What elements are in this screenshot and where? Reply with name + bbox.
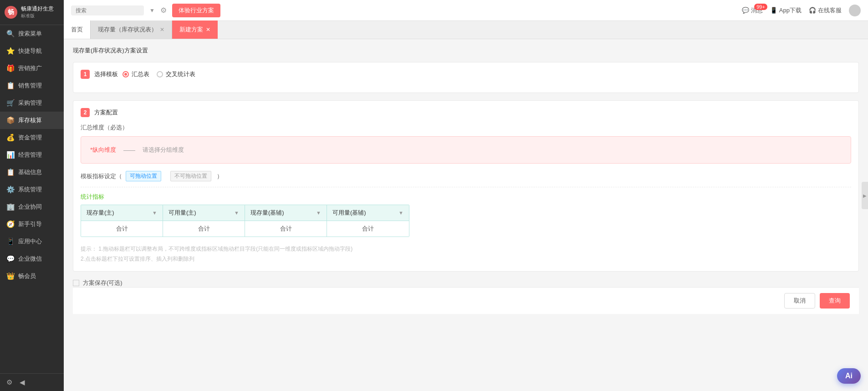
sidebar-nav: 🔍 搜索菜单 ⭐ 快捷导航 🎁 营销推广 📋 销售管理 🛒 采购管理 📦 库存核…	[0, 25, 64, 373]
app-name-block: 畅康通好生意 标准版	[21, 5, 54, 19]
sidebar-item-operations[interactable]: 📊 经营管理	[0, 146, 64, 164]
tab-inventory-label: 现存量（库存状况表）	[98, 26, 157, 34]
money-icon: 💰	[6, 134, 15, 142]
save-checkbox[interactable]	[73, 280, 79, 286]
building-icon: 🏢	[6, 203, 15, 211]
sidebar-item-wechat[interactable]: 💬 企业微信	[0, 250, 64, 268]
avatar	[849, 5, 861, 16]
sidebar-item-label: 经营管理	[18, 151, 42, 159]
sidebar-item-label: 应用中心	[18, 237, 42, 246]
sidebar-item-inventory[interactable]: 📦 库存核算	[0, 112, 64, 129]
tab-new-scheme[interactable]: 新建方案 ✕	[172, 21, 218, 39]
stats-table-body: 合计 合计 合计 合计	[81, 221, 409, 237]
movable-badge: 可拖动位置	[126, 171, 161, 181]
gear-icon: ⚙️	[6, 185, 15, 194]
cell-1: 合计	[163, 221, 245, 237]
sidebar-item-label: 搜索菜单	[18, 30, 42, 38]
col-header-0[interactable]: 现存量(主) ▼	[81, 205, 163, 221]
dimension-row: *纵向维度 —— 请选择分组维度	[90, 146, 842, 154]
main-area: ▼ ⚙ 体验行业方案 💬 消息 99+ 📱 App下载 🎧 在线客服 首页	[64, 0, 868, 391]
dimension-box: *纵向维度 —— 请选择分组维度	[81, 136, 851, 164]
trial-btn[interactable]: 体验行业方案	[172, 4, 220, 17]
col-header-1[interactable]: 可用量(主) ▼	[163, 205, 245, 221]
radio-cross[interactable]: 交叉统计表	[157, 70, 195, 78]
topbar-app-download[interactable]: 📱 App下载	[770, 6, 802, 15]
stats-table-header: 现存量(主) ▼ 可用量(主) ▼ 现存量(基辅) ▼ 可用量(基辅)	[81, 205, 409, 221]
sidebar-item-app-center[interactable]: 📱 应用中心	[0, 233, 64, 250]
sidebar-item-member[interactable]: 👑 畅会员	[0, 268, 64, 285]
sidebar: 畅 畅康通好生意 标准版 🔍 搜索菜单 ⭐ 快捷导航 🎁 营销推广 📋 销售管理…	[0, 0, 64, 391]
sidebar-item-purchase[interactable]: 🛒 采购管理	[0, 94, 64, 112]
col-chevron-1: ▼	[234, 210, 239, 216]
sidebar-item-label: 资金管理	[18, 134, 42, 142]
sidebar-item-enterprise[interactable]: 🏢 企业协同	[0, 198, 64, 216]
save-option-label: 方案保存(可选)	[83, 279, 123, 287]
app-icon: 📱	[6, 237, 15, 246]
sidebar-item-label: 库存核算	[18, 116, 42, 124]
online-service-label: 在线客服	[818, 6, 842, 15]
settings-icon[interactable]: ⚙	[6, 378, 12, 386]
sidebar-item-sales[interactable]: 📋 销售管理	[0, 77, 64, 94]
radio-summary[interactable]: 汇总表	[123, 70, 149, 78]
topbar-gear-icon[interactable]: ⚙	[160, 6, 167, 15]
dimension-placeholder[interactable]: 请选择分组维度	[143, 146, 184, 154]
sidebar-item-search-menu[interactable]: 🔍 搜索菜单	[0, 25, 64, 42]
indicator-suffix: ）	[217, 172, 223, 180]
radio-summary-label: 汇总表	[132, 70, 149, 78]
topbar-online-service[interactable]: 🎧 在线客服	[809, 6, 842, 15]
sidebar-item-label: 新手引导	[18, 220, 42, 228]
gift-icon: 🎁	[6, 64, 15, 72]
tips-section: 提示： 1.拖动标题栏可以调整布局，不可跨维度或指标区域拖动栏目字段(只能在同一…	[81, 244, 851, 264]
sidebar-item-system[interactable]: ⚙️ 系统管理	[0, 181, 64, 198]
sidebar-item-label: 营销推广	[18, 64, 42, 72]
content-area: 现存量(库存状况表)方案设置 1 选择模板 汇总表 交叉统计表	[64, 39, 868, 391]
topbar-right: 💬 消息 99+ 📱 App下载 🎧 在线客服	[742, 5, 861, 16]
sidebar-item-label: 快捷导航	[18, 47, 42, 55]
sidebar-item-new-guide[interactable]: 🧭 新手引导	[0, 216, 64, 233]
indicator-label-row: 模板指标设定（ 可拖动位置 不可拖动位置 ）	[81, 171, 851, 181]
topbar-user[interactable]	[849, 5, 861, 16]
app-edition: 标准版	[21, 13, 54, 19]
app-name: 畅康通好生意	[21, 5, 54, 13]
topbar-dropdown-icon[interactable]: ▼	[149, 7, 155, 14]
cancel-button[interactable]: 取消	[784, 293, 815, 309]
section1-header: 1 选择模板 汇总表 交叉统计表	[81, 70, 851, 79]
section2-title: 方案配置	[94, 108, 118, 117]
fixed-badge: 不可拖动位置	[170, 171, 211, 181]
topbar-message[interactable]: 💬 消息 99+	[742, 6, 763, 15]
sidebar-item-label: 系统管理	[18, 185, 42, 194]
template-radio-group: 汇总表 交叉统计表	[123, 70, 195, 78]
search-icon: 🔍	[6, 30, 15, 38]
right-scroll-btn[interactable]: ▶	[862, 182, 868, 209]
dimension-required-label: 汇总维度（必选）	[81, 123, 851, 132]
col-chevron-0: ▼	[152, 210, 157, 216]
app-logo-icon: 畅	[5, 6, 17, 19]
cell-2: 合计	[245, 221, 327, 237]
tab-inventory-close-icon[interactable]: ✕	[160, 26, 164, 33]
sidebar-item-quick-nav[interactable]: ⭐ 快捷导航	[0, 42, 64, 60]
sidebar-item-label: 销售管理	[18, 82, 42, 90]
col-header-3[interactable]: 可用量(基辅) ▼	[327, 205, 409, 221]
col-header-label-1: 可用量(主)	[168, 209, 196, 217]
topbar-search-input[interactable]	[71, 5, 144, 15]
stats-table: 现存量(主) ▼ 可用量(主) ▼ 现存量(基辅) ▼ 可用量(基辅)	[81, 205, 409, 237]
tip-2: 2.点击标题栏下拉可设置排序、插入列和删除列	[81, 254, 851, 264]
col-chevron-2: ▼	[316, 210, 321, 216]
collapse-icon[interactable]: ◀	[20, 378, 25, 386]
sidebar-item-basic-info[interactable]: 📋 基础信息	[0, 164, 64, 181]
sidebar-item-finance[interactable]: 💰 资金管理	[0, 129, 64, 146]
mobile-icon: 📱	[770, 7, 777, 14]
tab-inventory-status[interactable]: 现存量（库存状况表） ✕	[91, 21, 172, 39]
query-button[interactable]: 查询	[820, 293, 850, 309]
wechat-icon: 💬	[6, 255, 15, 263]
section-scheme-config: 2 方案配置 汇总维度（必选） *纵向维度 —— 请选择分组维度 模板指标设定（…	[73, 100, 859, 272]
sidebar-item-marketing[interactable]: 🎁 营销推广	[0, 60, 64, 77]
tab-home[interactable]: 首页	[64, 21, 91, 39]
save-option: 方案保存(可选)	[73, 279, 859, 287]
sidebar-item-label: 畅会员	[18, 272, 36, 280]
ai-badge[interactable]: Ai	[837, 368, 861, 384]
cell-0: 合计	[81, 221, 163, 237]
sidebar-bottom: ⚙ ◀	[0, 373, 64, 391]
tab-new-close-icon[interactable]: ✕	[206, 26, 210, 33]
col-header-2[interactable]: 现存量(基辅) ▼	[245, 205, 327, 221]
